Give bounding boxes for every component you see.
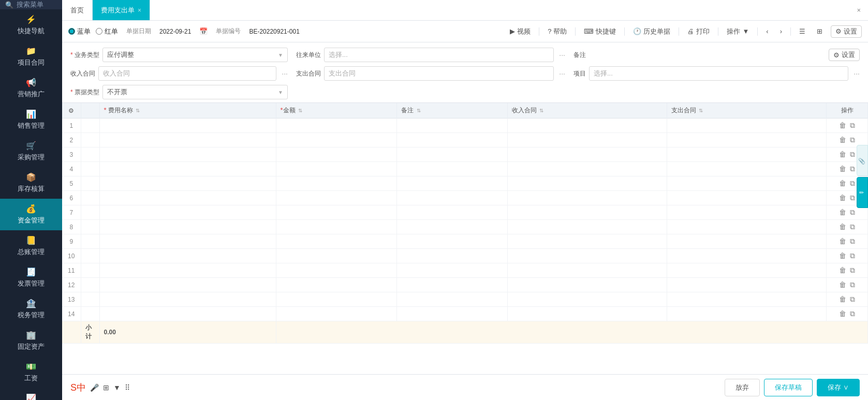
income-contract-cell[interactable] xyxy=(507,191,667,205)
amount-cell[interactable] xyxy=(276,176,397,191)
income-contract-cell[interactable] xyxy=(507,205,667,220)
partner-input[interactable]: 选择... xyxy=(324,48,554,62)
tab-item-1[interactable]: 费用支出单× xyxy=(93,0,150,20)
sidebar-item-gudingzichan[interactable]: 🏢固定资产 xyxy=(0,325,62,357)
expense-contract-cell[interactable] xyxy=(667,234,826,249)
income-contract-cell[interactable] xyxy=(507,118,667,133)
delete-icon[interactable]: 🗑 xyxy=(839,223,846,231)
note-input[interactable] xyxy=(589,48,826,62)
delete-icon[interactable]: 🗑 xyxy=(839,309,846,318)
video-btn[interactable]: ▶ 视频 xyxy=(507,26,534,37)
income-contract-cell[interactable] xyxy=(507,249,667,263)
help-btn[interactable]: ? 帮助 xyxy=(545,26,570,37)
income-contract-cell[interactable] xyxy=(507,263,667,278)
expense-name-cell[interactable] xyxy=(99,147,276,162)
income-contract-cell[interactable] xyxy=(507,133,667,147)
copy-icon[interactable]: ⧉ xyxy=(850,237,855,245)
expense-contract-cell[interactable] xyxy=(667,205,826,220)
copy-icon[interactable]: ⧉ xyxy=(850,165,855,173)
sidebar-item-kucun[interactable]: 📦库存核算 xyxy=(0,167,62,199)
sidebar-search[interactable]: 🔍 搜索菜单 xyxy=(0,0,62,9)
expense-contract-cell[interactable] xyxy=(667,191,826,205)
delete-icon[interactable]: 🗑 xyxy=(839,136,846,144)
income-contract-cell[interactable] xyxy=(507,234,667,249)
table-header-expense-contract[interactable]: 支出合同 ⇅ xyxy=(667,103,826,118)
delete-icon[interactable]: 🗑 xyxy=(839,150,846,158)
table-header-amount[interactable]: *金额 ⇅ xyxy=(276,103,397,118)
table-header-expense-name[interactable]: * 费用名称 ⇅ xyxy=(99,103,276,118)
delete-icon[interactable]: 🗑 xyxy=(839,179,846,187)
tab-item-0[interactable]: 首页 xyxy=(62,0,93,20)
expense-contract-cell[interactable] xyxy=(667,278,826,292)
sidebar-item-gongzi[interactable]: 💵工资 xyxy=(0,357,62,388)
delete-icon[interactable]: 🗑 xyxy=(839,208,846,216)
delete-icon[interactable]: 🗑 xyxy=(839,121,846,129)
save-draft-button[interactable]: 保存草稿 xyxy=(764,379,813,396)
note-cell[interactable] xyxy=(397,278,508,292)
copy-icon[interactable]: ⧉ xyxy=(850,136,855,144)
sidebar-item-kuaijie[interactable]: ⚡快捷导航 xyxy=(0,9,62,41)
table-header-gear[interactable]: ⚙ xyxy=(62,103,81,118)
amount-cell[interactable] xyxy=(276,162,397,176)
history-btn[interactable]: 🕐 历史单据 xyxy=(630,26,673,37)
expense-contract-cell[interactable] xyxy=(667,220,826,234)
delete-icon[interactable]: 🗑 xyxy=(839,266,846,274)
amount-cell[interactable] xyxy=(276,118,397,133)
calendar-icon[interactable]: 📅 xyxy=(199,27,208,35)
expense-name-cell[interactable] xyxy=(99,307,276,321)
amount-cell[interactable] xyxy=(276,292,397,307)
discard-button[interactable]: 放弃 xyxy=(725,379,760,396)
income-contract-cell[interactable] xyxy=(507,147,667,162)
note-cell[interactable] xyxy=(397,191,508,205)
partner-more-icon[interactable]: ··· xyxy=(559,51,565,59)
copy-icon[interactable]: ⧉ xyxy=(850,223,855,231)
amount-cell[interactable] xyxy=(276,307,397,321)
action-btn[interactable]: 操作 ▼ xyxy=(724,26,752,37)
note-cell[interactable] xyxy=(397,220,508,234)
nav-next-btn[interactable]: › xyxy=(777,26,785,36)
sidebar-item-zongzhang[interactable]: 📒总账管理 xyxy=(0,230,62,262)
expense-name-cell[interactable] xyxy=(99,162,276,176)
note-cell[interactable] xyxy=(397,249,508,263)
copy-icon[interactable]: ⧉ xyxy=(850,251,855,260)
red-radio[interactable]: 红单 xyxy=(96,27,118,36)
sidebar-item-caigou[interactable]: 🛒采购管理 xyxy=(0,136,62,167)
expense-name-cell[interactable] xyxy=(99,278,276,292)
expense-name-cell[interactable] xyxy=(99,118,276,133)
copy-icon[interactable]: ⧉ xyxy=(850,179,855,187)
blue-radio[interactable]: 蓝单 xyxy=(68,27,91,36)
note-cell[interactable] xyxy=(397,147,508,162)
income-contract-cell[interactable] xyxy=(507,278,667,292)
sidebar-item-fapiao[interactable]: 🧾发票管理 xyxy=(0,262,62,293)
project-more-icon[interactable]: ··· xyxy=(854,69,860,78)
expense-contract-cell[interactable] xyxy=(667,249,826,263)
expense-name-cell[interactable] xyxy=(99,249,276,263)
delete-icon[interactable]: 🗑 xyxy=(839,194,846,202)
sidebar-item-jingying[interactable]: 📈经营管理 xyxy=(0,388,62,400)
note-cell[interactable] xyxy=(397,263,508,278)
sidebar-item-yingxiao[interactable]: 📢营销推广 xyxy=(0,72,62,104)
settings-btn[interactable]: ⚙ 设置 xyxy=(831,25,862,38)
income-contract-input[interactable]: 收入合同 xyxy=(98,66,276,81)
expense-contract-input[interactable]: 支出合同 xyxy=(324,66,554,81)
expense-name-cell[interactable] xyxy=(99,176,276,191)
expense-contract-cell[interactable] xyxy=(667,292,826,307)
expense-name-cell[interactable] xyxy=(99,292,276,307)
apps-icon[interactable]: ⠿ xyxy=(125,383,130,392)
note-cell[interactable] xyxy=(397,292,508,307)
tab-close-1[interactable]: × xyxy=(138,7,141,14)
income-contract-more-icon[interactable]: ··· xyxy=(282,69,288,78)
amount-cell[interactable] xyxy=(276,191,397,205)
income-contract-cell[interactable] xyxy=(507,292,667,307)
expense-name-cell[interactable] xyxy=(99,191,276,205)
expense-name-cell[interactable] xyxy=(99,205,276,220)
amount-cell[interactable] xyxy=(276,220,397,234)
copy-icon[interactable]: ⧉ xyxy=(850,280,855,289)
expense-contract-cell[interactable] xyxy=(667,147,826,162)
copy-icon[interactable]: ⧉ xyxy=(850,121,855,129)
note-cell[interactable] xyxy=(397,162,508,176)
note-cell[interactable] xyxy=(397,133,508,147)
table-header-note[interactable]: 备注 ⇅ xyxy=(397,103,508,118)
expense-name-cell[interactable] xyxy=(99,133,276,147)
note-cell[interactable] xyxy=(397,307,508,321)
